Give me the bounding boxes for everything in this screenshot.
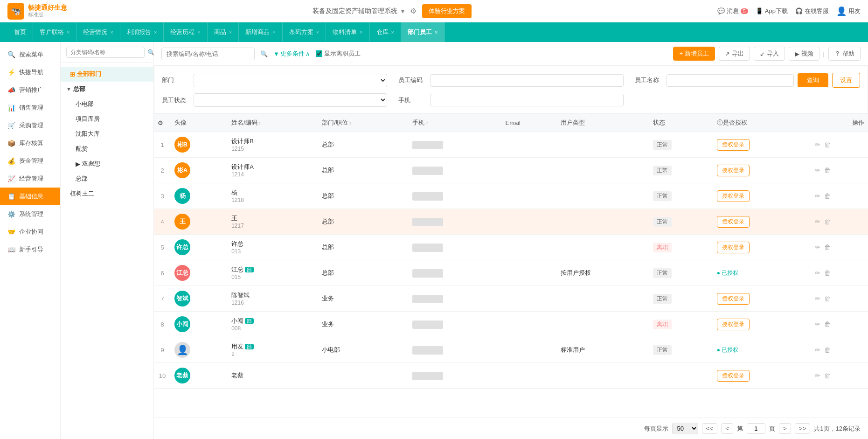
close-tab-customer[interactable]: × <box>67 29 69 35</box>
phone-input[interactable] <box>430 94 624 106</box>
delete-icon[interactable]: 🗑 <box>824 269 831 277</box>
sidebar-item-system[interactable]: ⚙️ 系统管理 <box>0 205 60 223</box>
message-button[interactable]: 💬 消息 5 <box>717 7 748 15</box>
edit-icon[interactable]: ✏ <box>815 218 820 225</box>
close-tab-warehouse[interactable]: × <box>391 29 394 35</box>
dept-search-icon[interactable]: 🔍 <box>147 49 154 56</box>
dept-item-project[interactable]: 项目库房 <box>66 111 153 126</box>
search-emp-input[interactable] <box>161 48 255 60</box>
dept-search-input[interactable] <box>66 47 145 58</box>
close-tab-goods[interactable]: × <box>229 29 232 35</box>
auth-login-button[interactable]: 授权登录 <box>717 293 750 305</box>
export-button[interactable]: ↗ 导出 <box>719 47 750 61</box>
close-tab-business[interactable]: × <box>110 29 113 35</box>
sidebar-item-inventory[interactable]: 📦 库存核算 <box>0 134 60 152</box>
delete-icon[interactable]: 🗑 <box>824 321 831 328</box>
tab-warehouse[interactable]: 仓库 × <box>370 22 401 42</box>
tab-add-goods[interactable]: 新增商品 × <box>239 22 282 42</box>
edit-icon[interactable]: ✏ <box>815 295 820 302</box>
edit-icon[interactable]: ✏ <box>815 321 820 328</box>
dept-item-shenyang[interactable]: 沈阳大库 <box>66 126 153 141</box>
prev-page-button[interactable]: < <box>721 423 733 434</box>
sidebar-item-guide[interactable]: 📖 新手引导 <box>0 241 60 258</box>
edit-icon[interactable]: ✏ <box>815 244 820 251</box>
more-filter-button[interactable]: ▼ 更多条件 ∧ <box>273 49 310 58</box>
edit-icon[interactable]: ✏ <box>815 167 820 174</box>
show-resigned-checkbox[interactable] <box>316 50 322 57</box>
sidebar-item-sales[interactable]: 📊 销售管理 <box>0 99 60 117</box>
page-size-select[interactable]: 50 20 100 <box>672 423 698 434</box>
col-phone[interactable]: 手机 <box>409 114 501 132</box>
sidebar-item-marketing[interactable]: 📣 营销推广 <box>0 81 60 99</box>
tab-bom[interactable]: 物料清单 × <box>326 22 369 42</box>
close-tab-employees[interactable]: × <box>435 29 437 35</box>
close-tab-profit[interactable]: × <box>154 29 157 35</box>
delete-icon[interactable]: 🗑 <box>824 372 831 379</box>
sidebar-item-finance[interactable]: 💰 资金管理 <box>0 152 60 170</box>
close-tab-add-goods[interactable]: × <box>272 29 275 35</box>
sidebar-item-collab[interactable]: 🤝 企业协同 <box>0 223 60 241</box>
edit-icon[interactable]: ✏ <box>815 269 820 277</box>
next-page-button[interactable]: > <box>779 423 791 434</box>
dropdown-arrow-icon[interactable]: ▾ <box>401 7 404 15</box>
delete-icon[interactable]: 🗑 <box>824 244 831 251</box>
tab-profit[interactable]: 利润报告 × <box>120 22 164 42</box>
dept-group-zongbu[interactable]: ▼ 总部 <box>61 82 153 97</box>
tab-business[interactable]: 经营情况 × <box>76 22 120 42</box>
dept-item-xiaodian[interactable]: 小电部 <box>66 97 153 111</box>
user-button[interactable]: 👤 用友 <box>836 6 861 16</box>
settings-gear-icon[interactable]: ⚙ <box>410 7 417 15</box>
edit-icon[interactable]: ✏ <box>815 192 820 200</box>
col-name[interactable]: 姓名/编码 <box>228 114 318 132</box>
emp-status-select[interactable] <box>194 93 387 107</box>
delete-icon[interactable]: 🗑 <box>824 167 831 174</box>
edit-icon[interactable]: ✏ <box>815 141 820 148</box>
auth-login-button[interactable]: 授权登录 <box>717 242 750 253</box>
last-page-button[interactable]: >> <box>795 423 811 434</box>
auth-login-button[interactable]: 授权登录 <box>717 216 750 228</box>
query-button[interactable]: 查询 <box>798 73 828 87</box>
dept-filter-select[interactable] <box>194 74 387 87</box>
emp-name-input[interactable] <box>667 74 794 87</box>
tab-home[interactable]: 首页 <box>7 22 33 42</box>
dept-all[interactable]: ⊞ 全部部门 <box>61 67 153 82</box>
sidebar-item-search[interactable]: 🔍 搜索菜单 <box>0 46 60 63</box>
import-button[interactable]: ↙ 导入 <box>754 47 785 61</box>
trial-button[interactable]: 体验行业方案 <box>422 4 472 18</box>
col-dept[interactable]: 部门/职位 <box>318 114 409 132</box>
first-page-button[interactable]: << <box>702 423 718 434</box>
delete-icon[interactable]: 🗑 <box>824 141 831 148</box>
tab-employees[interactable]: 部门员工 × <box>401 22 444 42</box>
dept-item-expand[interactable]: ▶ 双彪想 <box>66 156 153 171</box>
auth-login-button[interactable]: 授权登录 <box>717 139 750 151</box>
sidebar-item-mgmt[interactable]: 📈 经营管理 <box>0 170 60 188</box>
reset-button[interactable]: 设置 <box>832 73 860 88</box>
sidebar-item-basic[interactable]: 📋 基础信息 <box>0 188 60 205</box>
tab-customer[interactable]: 客户联络 × <box>33 22 76 42</box>
close-tab-journey[interactable]: × <box>197 29 200 35</box>
edit-icon[interactable]: ✏ <box>815 346 820 354</box>
sidebar-item-quicknav[interactable]: ⚡ 快捷导航 <box>0 63 60 81</box>
search-emp-button[interactable]: 🔍 <box>260 50 268 57</box>
tab-barcode[interactable]: 条码方案 × <box>283 22 326 42</box>
dept-item-zhishu[interactable]: 植树王二 <box>61 186 153 201</box>
dept-item-zongbu-sub[interactable]: 总部 <box>66 171 153 186</box>
app-download-button[interactable]: 📱 App下载 <box>756 7 788 15</box>
sidebar-item-purchase[interactable]: 🛒 采购管理 <box>0 117 60 134</box>
page-number-input[interactable] <box>747 423 765 434</box>
emp-code-input[interactable] <box>430 74 624 87</box>
col-settings[interactable]: ⚙ <box>154 114 171 132</box>
dept-item-peihuo[interactable]: 配货 <box>66 141 153 156</box>
close-tab-bom[interactable]: × <box>360 29 362 35</box>
show-resigned-toggle[interactable]: 显示离职员工 <box>316 49 361 58</box>
online-service-button[interactable]: 🎧 在线客服 <box>795 7 829 15</box>
delete-icon[interactable]: 🗑 <box>824 295 831 302</box>
close-tab-barcode[interactable]: × <box>316 29 319 35</box>
auth-login-button[interactable]: 授权登录 <box>717 370 750 382</box>
delete-icon[interactable]: 🗑 <box>824 218 831 225</box>
tab-goods[interactable]: 商品 × <box>208 22 239 42</box>
edit-icon[interactable]: ✏ <box>815 372 820 379</box>
tab-journey[interactable]: 经营历程 × <box>164 22 207 42</box>
help-button[interactable]: ？ 帮助 <box>828 47 861 61</box>
auth-login-button[interactable]: 授权登录 <box>717 190 750 202</box>
